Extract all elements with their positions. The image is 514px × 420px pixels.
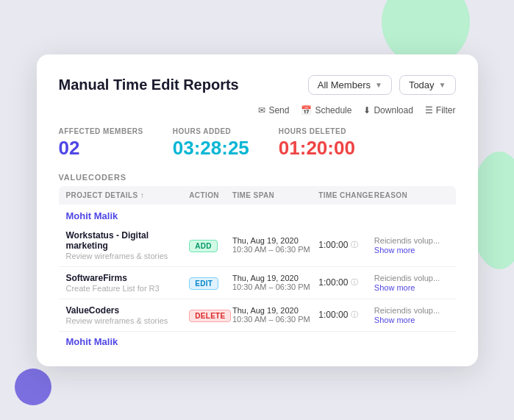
chevron-down-icon: ▼ [375,81,382,89]
table-row: SoftwareFirms Create Feature List for R3… [59,267,456,299]
project-details-cell: SoftwareFirms Create Feature List for R3 [66,273,190,293]
reason-text: Reiciendis volup... [374,236,449,245]
info-icon: ⓘ [351,240,358,250]
time-span-date: Thu, Aug 19, 2020 [232,306,318,315]
page-title: Manual Time Edit Reports [59,76,239,93]
filter-label: Filter [436,105,456,115]
col-time-change: TIME CHANGE [318,191,374,199]
action-badge-edit: EDIT [189,277,218,290]
action-cell: DELETE [189,308,232,322]
member-footer-mohit-malik: Mohit Malik [59,332,456,349]
col-action: ACTION [189,191,232,199]
table-row: Workstatus - Digital marketing Review wi… [59,224,456,267]
time-span-date: Thu, Aug 19, 2020 [232,236,318,245]
time-change-value: 1:00:00 [318,310,348,320]
stat-hours-deleted-label: HOURS DELETED [279,127,355,135]
members-filter-label: All Members [318,79,371,90]
project-sub: Review wireframes & stories [66,252,190,260]
section-label: VALUECODERS [59,173,456,182]
bg-decoration-bottom-left [15,369,51,405]
stat-affected-members: AFFECTED MEMBERS 02 [59,127,143,160]
project-sub: Review wireframes & stories [66,316,190,325]
action-badge-add: ADD [189,240,218,252]
stat-hours-added: HOURS ADDED 03:28:25 [173,127,249,160]
col-time-span: TIME SPAN [232,191,318,199]
send-icon: ✉ [258,105,265,115]
col-project-details: PROJECT DETAILS ↑ [66,191,190,199]
stats-row: AFFECTED MEMBERS 02 HOURS ADDED 03:28:25… [59,127,456,160]
stat-hours-deleted: HOURS DELETED 01:20:00 [279,127,355,160]
schedule-label: Schedule [315,105,351,115]
reason-cell: Reiciendis volup... Show more [374,236,449,255]
project-name: Workstatus - Digital marketing [66,230,190,251]
project-name: SoftwareFirms [66,273,190,283]
time-span-time: 10:30 AM – 06:30 PM [232,315,318,324]
time-change-cell: 1:00:00 ⓘ [318,310,374,320]
reason-cell: Reiciendis volup... Show more [374,306,449,324]
header-filters: All Members ▼ Today ▼ [308,75,456,95]
show-more-link[interactable]: Show more [374,283,449,292]
col-reason: REASON [374,191,449,199]
members-filter-dropdown[interactable]: All Members ▼ [308,75,392,95]
time-change-value: 1:00:00 [318,277,348,288]
time-change-cell: 1:00:00 ⓘ [318,240,374,250]
time-change-cell: 1:00:00 ⓘ [318,277,374,288]
date-filter-label: Today [409,79,435,90]
member-header-mohit-malik: Mohit Malik [59,204,456,224]
project-name: ValueCoders [66,305,190,316]
show-more-link[interactable]: Show more [374,316,449,324]
reason-text: Reiciendis volup... [374,306,449,315]
project-sub: Create Feature List for R3 [66,284,190,293]
stat-hours-added-value: 03:28:25 [173,137,249,160]
info-icon: ⓘ [351,277,358,288]
filter-icon: ☰ [425,105,433,115]
time-span-cell: Thu, Aug 19, 2020 10:30 AM – 06:30 PM [232,236,318,254]
send-button[interactable]: ✉ Send [258,105,289,115]
download-button[interactable]: ⬇ Download [363,105,413,115]
date-filter-dropdown[interactable]: Today ▼ [399,75,456,95]
calendar-icon: 📅 [301,105,312,115]
time-span-date: Thu, Aug 19, 2020 [232,274,318,282]
action-cell: EDIT [189,276,232,290]
table-header-row: PROJECT DETAILS ↑ ACTION TIME SPAN TIME … [59,186,456,204]
stat-affected-label: AFFECTED MEMBERS [59,127,143,135]
action-cell: ADD [189,238,232,252]
time-span-time: 10:30 AM – 06:30 PM [232,245,318,254]
chevron-down-icon: ▼ [439,81,446,89]
filter-button[interactable]: ☰ Filter [425,105,456,115]
header: Manual Time Edit Reports All Members ▼ T… [59,75,456,95]
download-label: Download [374,105,413,115]
info-icon: ⓘ [351,310,358,320]
toolbar: ✉ Send 📅 Schedule ⬇ Download ☰ Filter [59,105,456,115]
schedule-button[interactable]: 📅 Schedule [301,105,351,115]
time-span-cell: Thu, Aug 19, 2020 10:30 AM – 06:30 PM [232,306,318,324]
reason-cell: Reiciendis volup... Show more [374,274,449,292]
action-badge-delete: DELETE [189,310,231,322]
main-card: Manual Time Edit Reports All Members ▼ T… [37,54,478,366]
download-icon: ⬇ [363,105,371,115]
project-details-cell: Workstatus - Digital marketing Review wi… [66,230,190,260]
stat-hours-deleted-value: 01:20:00 [279,137,355,160]
time-span-time: 10:30 AM – 06:30 PM [232,282,318,291]
reason-text: Reiciendis volup... [374,274,449,282]
table-row: ValueCoders Review wireframes & stories … [59,299,456,332]
project-details-cell: ValueCoders Review wireframes & stories [66,305,190,325]
time-span-cell: Thu, Aug 19, 2020 10:30 AM – 06:30 PM [232,274,318,291]
show-more-link[interactable]: Show more [374,246,449,255]
table-body: Mohit Malik Workstatus - Digital marketi… [59,204,456,349]
data-table: PROJECT DETAILS ↑ ACTION TIME SPAN TIME … [59,186,456,349]
time-change-value: 1:00:00 [318,240,348,250]
send-label: Send [268,105,289,115]
stat-hours-added-label: HOURS ADDED [173,127,249,135]
stat-affected-value: 02 [59,137,143,160]
